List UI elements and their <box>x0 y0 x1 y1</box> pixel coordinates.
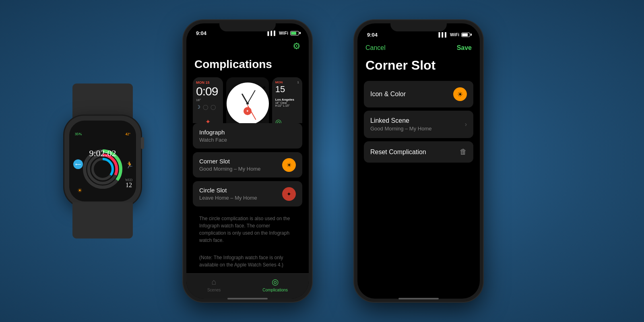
tab-bar-1: ⌂ Scenes ◎ Complications <box>186 273 309 299</box>
infograph-info: Infograph Watch Face <box>199 129 227 143</box>
home-indicator-2 <box>398 298 439 299</box>
clock-center-dot <box>246 102 249 105</box>
status-icons-2: ▌▌▌ WiFi <box>438 32 470 37</box>
wifi-icon-1: WiFi <box>279 31 288 35</box>
complication-corner-slot[interactable]: Corner Slot Good Morning – My Home ☀ <box>193 152 302 178</box>
wf-left-moon-icons: ☽ ◯ ◯ <box>196 104 220 110</box>
watch-body: 35% 42° 9:02:02 35% <box>64 116 141 206</box>
infograph-subtitle: Watch Face <box>199 137 227 143</box>
complications-note-2: (Note: The Infograph watch face is only … <box>193 249 302 273</box>
tab-scenes[interactable]: ⌂ Scenes <box>207 277 221 292</box>
watch-band-bottom <box>72 202 133 239</box>
trash-icon: 🗑 <box>460 148 467 156</box>
circle-slot-subtitle: Leave Home – My Home <box>199 195 257 201</box>
linked-scene-action: › <box>465 121 467 128</box>
signal-icon-2: ▌▌▌ <box>438 32 448 37</box>
svg-text:☀: ☀ <box>77 188 83 194</box>
iphone-complications: 9:04 ▌▌▌ WiFi ⚙ Complications <box>183 20 312 302</box>
wf-right-green-icon: ◎ <box>275 118 282 123</box>
corner-slot-screen: 9:04 ▌▌▌ WiFi Cancel Save Corner Slot <box>357 23 480 299</box>
status-time-1: 9:04 <box>196 30 206 36</box>
circle-slot-title: Circle Slot <box>199 187 257 194</box>
clock-star-complication: ✦ <box>244 107 252 115</box>
watch-face-svg: 9:02:02 35% 42° 🏃 ⟵ WED 12 ☀ <box>69 121 136 202</box>
wf-right-date: 15 <box>275 84 285 95</box>
battery-fill-1 <box>291 32 296 35</box>
complications-screen: 9:04 ▌▌▌ WiFi ⚙ Complications <box>186 23 309 299</box>
complications-note-1: The circle complication is also used on … <box>193 210 302 249</box>
battery-icon-1 <box>290 31 299 35</box>
clock-sun-icon: ☀ <box>262 85 266 91</box>
wf-right-num: 1 <box>297 80 299 95</box>
svg-text:🏃: 🏃 <box>126 161 134 169</box>
battery-fill-2 <box>462 33 468 36</box>
gear-button[interactable]: ⚙ <box>293 41 301 52</box>
corner-slot-subtitle: Good Morning – My Home <box>199 166 260 172</box>
reset-complication-row[interactable]: Reset Complication 🗑 <box>364 141 473 163</box>
corner-slot-title: Corner Slot <box>357 53 480 81</box>
wf-right-header: MON 15 1 <box>275 80 299 95</box>
circle-slot-icon[interactable]: ✦ <box>282 187 296 201</box>
home-indicator-1 <box>227 298 268 299</box>
wf-right-city: Los Angeles 18° Clear H:22° L:15° <box>275 98 299 107</box>
apple-watch: 35% 42° 9:02:02 35% <box>64 116 141 206</box>
moon-icon: ☽ <box>196 104 200 110</box>
linked-scene-subtitle: Good Morning – My Home <box>370 126 431 132</box>
battery-icon-2 <box>461 33 470 37</box>
icon-color-action: ☀ <box>453 87 467 101</box>
wf-left-temp: 18° <box>196 98 220 102</box>
wifi-icon-2: WiFi <box>450 32 459 37</box>
watch-face-right[interactable]: MON 15 1 Los Angeles 18° Clear H:22° L:1… <box>272 77 302 123</box>
analog-clock: ☀ ✦ <box>227 83 269 123</box>
circle-slot-info: Circle Slot Leave Home – My Home <box>199 187 257 201</box>
icon-color-title: Icon & Color <box>370 91 406 98</box>
iphone-screen-2: 9:04 ▌▌▌ WiFi Cancel Save Corner Slot <box>357 23 480 299</box>
complications-tab-label: Complications <box>262 288 288 292</box>
reset-content: Reset Complication <box>370 149 426 156</box>
complication-circle-slot[interactable]: Circle Slot Leave Home – My Home ✦ <box>193 181 302 206</box>
save-button[interactable]: Save <box>457 44 472 52</box>
iphone-notch-1 <box>219 20 276 31</box>
complication-list: Infograph Watch Face Corner Slot Good Mo… <box>186 123 309 273</box>
status-time-2: 9:04 <box>367 32 378 38</box>
svg-text:⟵: ⟵ <box>75 162 81 167</box>
circle-icon-1: ◯ <box>203 104 208 110</box>
watch-crown <box>141 137 144 149</box>
complications-header: ⚙ <box>186 38 309 56</box>
watch-screen: 35% 42° 9:02:02 35% <box>69 121 136 202</box>
cancel-button[interactable]: Cancel <box>365 44 386 52</box>
complication-infograph[interactable]: Infograph Watch Face <box>193 123 302 149</box>
corner-slot-title: Corner Slot <box>199 158 260 165</box>
iphone-screen-1: 9:04 ▌▌▌ WiFi ⚙ Complications <box>186 23 309 299</box>
run-icon-left: ✦ <box>205 118 211 123</box>
icon-color-content: Icon & Color <box>370 91 406 98</box>
icon-color-row[interactable]: Icon & Color ☀ <box>364 81 473 107</box>
scenes-tab-icon: ⌂ <box>212 277 217 287</box>
wf-right-day: MON <box>275 80 285 84</box>
watch-face-left[interactable]: MON 15 0:09 18° ☽ ◯ ◯ ✦ <box>193 77 223 123</box>
svg-text:42°: 42° <box>125 132 130 136</box>
linked-scene-content: Linked Scene Good Morning – My Home <box>370 117 431 132</box>
complications-tab-icon: ◎ <box>272 277 279 287</box>
status-icons-1: ▌▌▌ WiFi <box>267 31 299 35</box>
corner-slot-info: Corner Slot Good Morning – My Home <box>199 158 260 172</box>
corner-slot-nav: Cancel Save <box>357 41 480 53</box>
svg-text:35%: 35% <box>75 132 82 136</box>
tab-complications[interactable]: ◎ Complications <box>262 277 288 292</box>
watch-faces-row: MON 15 0:09 18° ☽ ◯ ◯ ✦ <box>186 77 309 123</box>
wf-left-day: MON 15 <box>196 80 220 85</box>
linked-scene-title: Linked Scene <box>370 117 431 124</box>
reset-action: 🗑 <box>460 148 467 156</box>
linked-scene-row[interactable]: Linked Scene Good Morning – My Home › <box>364 111 473 138</box>
clock-min-hand <box>247 90 256 104</box>
complications-title: Complications <box>186 56 309 77</box>
corner-slot-icon[interactable]: ☀ <box>282 158 296 172</box>
watch-band-top <box>72 84 133 120</box>
scenes-tab-label: Scenes <box>207 288 221 292</box>
sun-icon-button[interactable]: ☀ <box>453 87 467 101</box>
infograph-title: Infograph <box>199 129 227 136</box>
svg-text:12: 12 <box>126 182 132 188</box>
circle-icon-2: ◯ <box>211 104 216 110</box>
watch-face-center[interactable]: ☀ ✦ <box>226 77 268 123</box>
wf-left-time: 0:09 <box>196 85 220 98</box>
